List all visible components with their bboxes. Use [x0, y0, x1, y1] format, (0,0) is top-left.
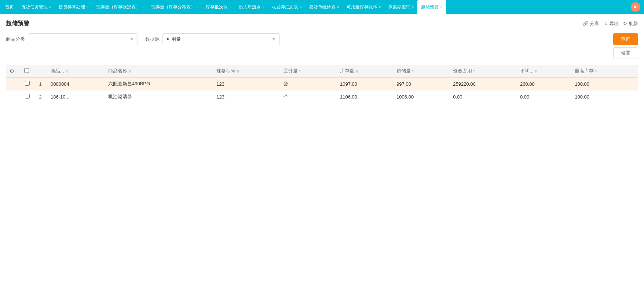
th-max-stock[interactable]: 最高库存⇅ [571, 65, 638, 78]
nav-tab-close-2[interactable]: × [87, 5, 89, 9]
top-right-user: Ai [627, 0, 644, 14]
user-avatar[interactable]: Ai [631, 2, 640, 12]
th-gear: ⚙ [6, 65, 21, 78]
row-unit: 个 [280, 90, 336, 103]
row-capital: 259220.00 [449, 78, 516, 90]
nav-tab-11[interactable]: 超储预警× [417, 0, 446, 14]
row-gear-cell [6, 78, 21, 90]
row-stock: 1106.00 [336, 90, 393, 103]
row-num-cell: 2 [34, 90, 47, 103]
row-max-stock: 100.00 [571, 78, 638, 90]
th-checkbox [21, 65, 34, 78]
nav-tab-close-4[interactable]: × [197, 5, 199, 9]
nav-tab-close-11[interactable]: × [440, 5, 442, 9]
nav-tab-close-8[interactable]: × [337, 5, 339, 9]
nav-tab-1[interactable]: 拣货任务管理× [18, 0, 55, 14]
export-label: 导出 [609, 21, 619, 27]
row-checkbox-cell[interactable] [21, 90, 34, 103]
row-goods-code: 0000004 [47, 78, 105, 90]
nav-tab-7[interactable]: 收发存汇总表× [268, 0, 305, 14]
share-label: 分享 [590, 21, 599, 27]
export-button[interactable]: ⇩ 导出 [604, 21, 619, 27]
datasource-label: 数据源 [145, 36, 160, 42]
nav-tab-close-1[interactable]: × [49, 5, 51, 9]
row-capital: 0.00 [449, 90, 516, 103]
nav-tab-close-3[interactable]: × [142, 5, 144, 9]
category-select[interactable]: ▼ [28, 33, 138, 45]
row-num-cell: 1 [34, 78, 47, 90]
export-icon: ⇩ [604, 21, 608, 26]
category-label: 商品分类 [6, 36, 25, 42]
nav-tab-close-10[interactable]: × [412, 5, 414, 9]
nav-tab-9[interactable]: 可用量库存账本× [343, 0, 385, 14]
avatar-text: Ai [634, 5, 638, 9]
row-goods-code: 186-10... [47, 90, 105, 103]
nav-tab-6[interactable]: 出入库流水× [235, 0, 268, 14]
datasource-filter: 数据源 可用量 ▼ [145, 33, 280, 45]
nav-tab-8[interactable]: 要货单统计表× [305, 0, 343, 14]
datasource-dropdown-icon: ▼ [272, 37, 276, 41]
nav-tab-close-6[interactable]: × [262, 5, 264, 9]
row-overflow: 997.00 [393, 78, 449, 90]
data-table: ⚙ 商品...⇅ 商品名称⇅ 规格型号⇅ 主计量⇅ 库存量⇅ 超储量⇅ 资金占用… [6, 65, 638, 103]
th-num [34, 65, 47, 78]
row-goods-name: 六配套新昌490BPG [105, 78, 213, 90]
row-spec: 123 [213, 90, 280, 103]
setting-button[interactable]: 设置 [613, 47, 638, 59]
filter-buttons: 查询 设置 [613, 33, 638, 59]
nav-tab-3[interactable]: 现存量（库存状况表）× [92, 0, 147, 14]
row-max-stock: 100.00 [571, 90, 638, 103]
table-row: 2 186-10... 机油滤清器 123 个 1106.00 1006.00 … [6, 90, 638, 103]
gear-icon[interactable]: ⚙ [10, 68, 14, 74]
nav-tab-10[interactable]: 保质期查询× [385, 0, 418, 14]
th-goods-name[interactable]: 商品名称⇅ [105, 65, 213, 78]
row-unit: 套 [280, 78, 336, 90]
nav-tab-close-7[interactable]: × [300, 5, 302, 9]
nav-tab-close-5[interactable]: × [229, 5, 231, 9]
th-goods-code[interactable]: 商品...⇅ [47, 65, 105, 78]
row-avg: 260.00 [516, 78, 571, 90]
th-overflow[interactable]: 超储量⇅ [393, 65, 449, 78]
th-unit[interactable]: 主计量⇅ [280, 65, 336, 78]
table-row: 1 0000004 六配套新昌490BPG 123 套 1097.00 997.… [6, 78, 638, 90]
select-all-checkbox[interactable] [24, 68, 29, 73]
row-checkbox-0[interactable] [25, 81, 30, 86]
refresh-label: 刷新 [629, 21, 638, 27]
th-avg[interactable]: 平均...⇅ [516, 65, 571, 78]
share-button[interactable]: 🔗 分享 [582, 21, 599, 27]
table-header-row: ⚙ 商品...⇅ 商品名称⇅ 规格型号⇅ 主计量⇅ 库存量⇅ 超储量⇅ 资金占用… [6, 65, 638, 78]
nav-tab-5[interactable]: 库存批次账× [202, 0, 235, 14]
header-actions: 🔗 分享 ⇩ 导出 ↻ 刷新 [582, 21, 638, 27]
row-overflow: 1006.00 [393, 90, 449, 103]
page-title: 超储预警 [6, 20, 29, 27]
nav-tab-close-9[interactable]: × [379, 5, 381, 9]
th-stock[interactable]: 库存量⇅ [336, 65, 393, 78]
row-checkbox-1[interactable] [25, 94, 30, 99]
row-spec: 123 [213, 78, 280, 90]
th-spec[interactable]: 规格型号⇅ [213, 65, 280, 78]
nav-tab-0[interactable]: 首页 [1, 0, 18, 14]
datasource-select[interactable]: 可用量 ▼ [162, 33, 280, 45]
nav-tab-2[interactable]: 拣货异常处理× [55, 0, 92, 14]
nav-tab-4[interactable]: 现存量（库存分布表）× [147, 0, 202, 14]
datasource-select-text: 可用量 [167, 36, 181, 42]
row-avg: 0.00 [516, 90, 571, 103]
row-goods-name: 机油滤清器 [105, 90, 213, 103]
category-dropdown-icon: ▼ [130, 37, 134, 41]
share-icon: 🔗 [582, 21, 588, 26]
th-capital[interactable]: 资金占用⇅ [449, 65, 516, 78]
row-checkbox-cell[interactable] [21, 78, 34, 90]
refresh-button[interactable]: ↻ 刷新 [623, 21, 638, 27]
row-gear-cell [6, 90, 21, 103]
refresh-icon: ↻ [623, 21, 627, 26]
top-nav: 首页拣货任务管理×拣货异常处理×现存量（库存状况表）×现存量（库存分布表）×库存… [0, 0, 644, 14]
page-header: 超储预警 🔗 分享 ⇩ 导出 ↻ 刷新 [6, 20, 638, 27]
row-stock: 1097.00 [336, 78, 393, 90]
query-button[interactable]: 查询 [613, 33, 638, 45]
page-content: 超储预警 🔗 分享 ⇩ 导出 ↻ 刷新 商品分类 ▼ [0, 14, 644, 293]
category-filter: 商品分类 ▼ [6, 33, 138, 45]
